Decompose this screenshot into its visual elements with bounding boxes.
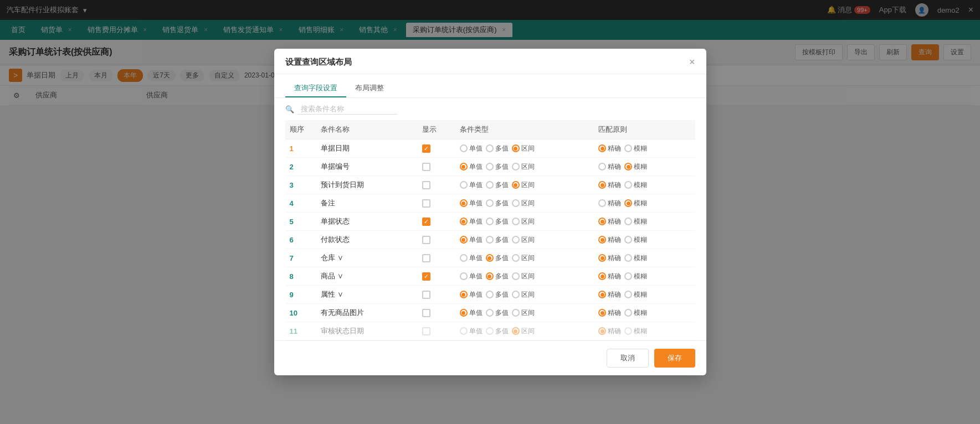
modal-overlay: 设置查询区域布局 × 查询字段设置 布局调整 🔍 顺序 条件名称	[0, 0, 980, 105]
settings-dialog: 设置查询区域布局 × 查询字段设置 布局调整 🔍 顺序 条件名称	[274, 49, 706, 105]
dialog-tab-layout[interactable]: 布局调整	[346, 80, 393, 97]
dialog-tab-query-fields[interactable]: 查询字段设置	[285, 80, 346, 97]
dialog-tabs: 查询字段设置 布局调整	[274, 74, 706, 98]
dialog-close-button[interactable]: ×	[689, 56, 695, 68]
search-icon: 🔍	[285, 105, 294, 106]
search-input[interactable]	[297, 104, 397, 105]
dialog-search: 🔍	[274, 98, 706, 105]
dialog-header: 设置查询区域布局 ×	[274, 49, 706, 74]
dialog-title: 设置查询区域布局	[285, 57, 352, 68]
